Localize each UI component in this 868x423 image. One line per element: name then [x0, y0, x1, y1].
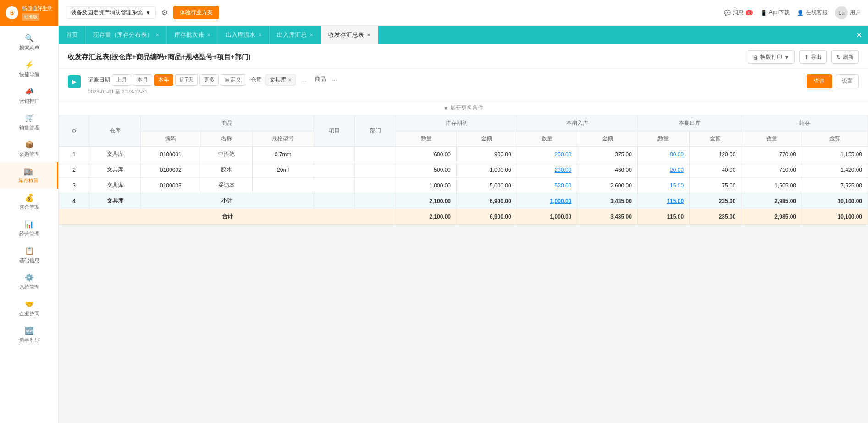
tab-recv-send-summary[interactable]: 收发存汇总表 ✕: [321, 26, 378, 44]
tab-close-icon[interactable]: ✕: [207, 33, 210, 38]
sidebar-item-purchase[interactable]: 📦 采购管理: [0, 136, 58, 162]
td-open-qty: 1,000.00: [396, 178, 457, 193]
warehouse-dots[interactable]: ...: [299, 76, 310, 85]
sidebar-item-label: 基础信息: [19, 257, 39, 264]
td-out-qty[interactable]: 20.00: [637, 162, 689, 178]
td-out-qty[interactable]: 15.00: [637, 178, 689, 193]
filter-row: 记账日期 上月 本月 本年 近7天 更多 自定义 2023-01-01 至 20…: [88, 74, 859, 95]
sidebar-item-enterprise[interactable]: 🤝 企业协同: [0, 295, 58, 322]
sidebar-item-search[interactable]: 🔍 搜索菜单: [0, 29, 58, 56]
query-button[interactable]: 查询: [807, 74, 832, 88]
tabbar-close-all[interactable]: ✕: [850, 26, 868, 44]
system-name-text: 装备及固定资产辅助管理系统: [71, 9, 143, 16]
tab-inout-summary[interactable]: 出入库汇总 ✕: [270, 26, 321, 44]
goods-dots[interactable]: ...: [330, 74, 340, 83]
filter-date-label: 记账日期: [88, 76, 110, 84]
th-out-qty: 数量: [637, 131, 689, 147]
dropdown-icon: ▼: [145, 10, 151, 16]
tab-batch[interactable]: 库存批次账 ✕: [167, 26, 218, 44]
service-icon: 👤: [797, 10, 804, 16]
system-name-select[interactable]: 装备及固定资产辅助管理系统 ▼: [66, 6, 156, 19]
filter-date-buttons: 上月 本月 本年 近7天 更多 自定义: [112, 74, 245, 86]
th-bal-amt: 金额: [802, 131, 868, 147]
page: 收发存汇总表(按仓库+商品编码+商品+规格型号+项目+部门) 🖨 换版打印 ▼ …: [59, 44, 868, 225]
tab-close-icon[interactable]: ✕: [258, 33, 262, 38]
td-subtotal-project: [314, 193, 355, 209]
app-download-button[interactable]: 📱 App下载: [760, 9, 790, 16]
sidebar-item-basic[interactable]: 📋 基础信息: [0, 242, 58, 269]
tab-close-icon[interactable]: ✕: [155, 33, 159, 38]
tab-home[interactable]: 首页: [59, 26, 86, 44]
th-settings[interactable]: ⚙: [59, 115, 89, 147]
inventory-icon: 🏬: [24, 167, 33, 176]
td-department: [355, 162, 396, 178]
sidebar-item-finance[interactable]: 💰 资金管理: [0, 189, 58, 215]
th-department: 部门: [355, 115, 396, 147]
logo-tag: 标准版: [22, 13, 39, 21]
sidebar-item-quicknav[interactable]: ⚡ 快捷导航: [0, 56, 58, 82]
sidebar-item-label: 企业协同: [19, 310, 39, 317]
td-spec: 20ml: [252, 162, 314, 178]
td-out-qty[interactable]: 80.00: [637, 147, 689, 162]
filter-settings-button[interactable]: 设置: [836, 74, 859, 88]
date-btn-last-month[interactable]: 上月: [112, 74, 131, 86]
date-btn-custom[interactable]: 自定义: [221, 74, 245, 86]
th-opening: 库存期初: [396, 115, 517, 131]
filter-warehouse-value[interactable]: 文具库 ✕: [265, 74, 296, 86]
td-project: [314, 178, 355, 193]
filter-action-buttons: 查询 设置: [807, 74, 859, 88]
sidebar-item-system[interactable]: ⚙️ 系统管理: [0, 269, 58, 295]
filter-expand-button[interactable]: ▶: [68, 75, 81, 88]
filter-expand-more: ▼ 展开更多条件: [59, 101, 868, 115]
message-button[interactable]: 💬 消息 6: [724, 9, 753, 16]
tab-label: 出入库汇总: [277, 31, 307, 39]
sidebar-item-operation[interactable]: 📊 经营管理: [0, 215, 58, 242]
print-label: 换版打印: [760, 53, 782, 61]
sidebar-item-marketing[interactable]: 📣 营销推广: [0, 82, 58, 109]
refresh-label: 刷新: [843, 53, 854, 61]
export-button[interactable]: ⬆ 导出: [799, 50, 827, 64]
user-menu[interactable]: Ea 用户: [835, 6, 861, 19]
date-btn-more[interactable]: 更多: [199, 74, 219, 86]
td-project: [314, 147, 355, 162]
td-name: 采访本: [201, 178, 252, 193]
sidebar-item-guide[interactable]: 🆕 新手引导: [0, 322, 58, 348]
quicknav-icon: ⚡: [25, 60, 34, 69]
date-btn-this-month[interactable]: 本月: [133, 74, 152, 86]
sidebar-item-label: 库存核算: [18, 177, 39, 184]
td-out-amt: 40.00: [690, 162, 741, 178]
app-icon: 📱: [760, 10, 767, 16]
tab-label: 库存批次账: [174, 31, 204, 39]
warehouse-remove-icon[interactable]: ✕: [288, 77, 292, 82]
topbar-right: 💬 消息 6 📱 App下载 👤 在线客服 Ea 用户: [724, 6, 861, 19]
print-button[interactable]: 🖨 换版打印 ▼: [748, 50, 795, 64]
expand-more-button[interactable]: ▼ 展开更多条件: [443, 104, 484, 112]
settings-icon[interactable]: ⚙: [161, 8, 168, 17]
tab-close-icon[interactable]: ✕: [310, 33, 313, 38]
td-in-qty[interactable]: 250.00: [517, 147, 577, 162]
td-subtotal-out-amt: 235.00: [690, 193, 741, 209]
tab-inout-flow[interactable]: 出入库流水 ✕: [218, 26, 270, 44]
tab-close-icon[interactable]: ✕: [367, 33, 370, 38]
total-row: 合计 2,100.00 6,900.00 1,000.00 3,435.00 1…: [59, 209, 868, 225]
system-icon: ⚙️: [25, 273, 34, 282]
service-button[interactable]: 👤 在线客服: [797, 9, 828, 16]
page-header-actions: 🖨 换版打印 ▼ ⬆ 导出 ↻ 刷新: [748, 50, 859, 64]
td-in-qty[interactable]: 230.00: [517, 162, 577, 178]
experience-button[interactable]: 体验行业方案: [173, 6, 219, 19]
refresh-button[interactable]: ↻ 刷新: [831, 50, 859, 64]
td-open-qty: 500.00: [396, 162, 457, 178]
sidebar-item-label: 经营管理: [19, 231, 39, 237]
basic-icon: 📋: [25, 247, 34, 255]
td-subtotal-out-qty[interactable]: 115.00: [637, 193, 689, 209]
sidebar-item-inventory[interactable]: 🏬 库存核算: [0, 162, 58, 189]
td-name: 胶水: [201, 162, 252, 178]
tab-inventory-dist[interactable]: 现存量（库存分布表） ✕: [86, 26, 167, 44]
td-subtotal-in-qty[interactable]: 1,000.00: [517, 193, 577, 209]
date-btn-7days[interactable]: 近7天: [175, 74, 198, 86]
page-header: 收发存汇总表(按仓库+商品编码+商品+规格型号+项目+部门) 🖨 换版打印 ▼ …: [59, 44, 868, 69]
td-in-qty[interactable]: 520.00: [517, 178, 577, 193]
date-btn-this-year[interactable]: 本年: [154, 74, 173, 86]
sidebar-item-sales[interactable]: 🛒 销售管理: [0, 109, 58, 136]
th-project: 项目: [314, 115, 355, 147]
